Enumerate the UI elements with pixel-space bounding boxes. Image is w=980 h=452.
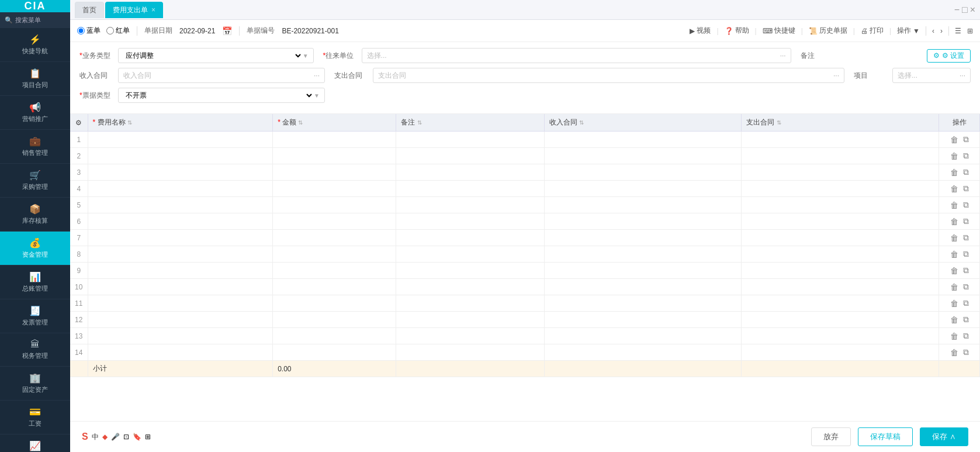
row-remark[interactable] <box>396 132 544 148</box>
row-delete-btn[interactable]: 🗑 <box>949 265 960 275</box>
row-amount[interactable] <box>273 328 396 344</box>
sidebar-item-invoice[interactable]: 🧾 发票管理 <box>0 299 70 333</box>
sidebar-item-marketing[interactable]: 📢 营销推广 <box>0 96 70 130</box>
row-expense-contract[interactable] <box>742 312 939 328</box>
row-income-contract[interactable] <box>544 148 742 164</box>
row-copy-btn[interactable]: ⧉ <box>962 265 970 275</box>
row-expense-contract[interactable] <box>742 230 939 246</box>
row-amount[interactable] <box>273 197 396 213</box>
row-copy-btn[interactable]: ⧉ <box>962 200 970 210</box>
radio-red[interactable] <box>106 27 114 34</box>
row-income-contract[interactable] <box>544 295 742 312</box>
row-expense-contract[interactable] <box>742 328 939 344</box>
row-expense-name[interactable] <box>88 132 273 148</box>
tab-home[interactable]: 首页 <box>75 2 104 18</box>
row-amount[interactable] <box>273 312 396 328</box>
row-expense-name[interactable] <box>88 230 273 246</box>
row-delete-btn[interactable]: 🗑 <box>949 216 960 226</box>
row-remark[interactable] <box>396 312 544 328</box>
radio-blue-label[interactable]: 蓝单 <box>77 26 101 36</box>
view-list-btn[interactable]: ☰ <box>955 27 961 35</box>
row-delete-btn[interactable]: 🗑 <box>949 184 960 194</box>
row-remark[interactable] <box>396 263 544 279</box>
row-delete-btn[interactable]: 🗑 <box>949 282 960 292</box>
row-delete-btn[interactable]: 🗑 <box>949 315 960 325</box>
row-copy-btn[interactable]: ⧉ <box>962 134 970 144</box>
col-remark[interactable]: 备注 ⇅ <box>396 114 544 132</box>
row-delete-btn[interactable]: 🗑 <box>949 151 960 161</box>
col-settings[interactable]: ⚙ <box>70 114 88 132</box>
row-income-contract[interactable] <box>544 344 742 361</box>
row-delete-btn[interactable]: 🗑 <box>949 167 960 177</box>
row-expense-contract[interactable] <box>742 213 939 230</box>
row-expense-contract[interactable] <box>742 246 939 263</box>
project-input[interactable]: 选择... ··· <box>892 68 971 83</box>
save-button[interactable]: 保存 ∧ <box>920 427 968 446</box>
row-amount[interactable] <box>273 295 396 312</box>
row-copy-btn[interactable]: ⧉ <box>962 282 970 292</box>
row-income-contract[interactable] <box>544 246 742 263</box>
row-expense-contract[interactable] <box>742 197 939 213</box>
row-amount[interactable] <box>273 279 396 295</box>
row-expense-name[interactable] <box>88 263 273 279</box>
sidebar-item-purchase[interactable]: 🛒 采购管理 <box>0 164 70 198</box>
row-income-contract[interactable] <box>544 328 742 344</box>
row-expense-contract[interactable] <box>742 295 939 312</box>
row-remark[interactable] <box>396 197 544 213</box>
settings-button[interactable]: ⚙ ⚙ 设置 <box>927 49 971 63</box>
col-expense-name[interactable]: * 费用名称 ⇅ <box>88 114 273 132</box>
row-income-contract[interactable] <box>544 132 742 148</box>
help-btn[interactable]: ❓ 帮助 <box>725 26 749 36</box>
row-amount[interactable] <box>273 164 396 181</box>
row-expense-contract[interactable] <box>742 164 939 181</box>
row-copy-btn[interactable]: ⧉ <box>962 233 970 243</box>
row-income-contract[interactable] <box>544 263 742 279</box>
col-income-contract[interactable]: 收入合同 ⇅ <box>544 114 742 132</box>
sidebar-item-sales[interactable]: 💼 销售管理 <box>0 130 70 164</box>
save-draft-button[interactable]: 保存草稿 <box>858 427 913 446</box>
sidebar-item-capital[interactable]: 💰 资金管理 <box>0 232 70 265</box>
row-expense-name[interactable] <box>88 148 273 164</box>
row-amount[interactable] <box>273 263 396 279</box>
row-expense-contract[interactable] <box>742 132 939 148</box>
row-expense-contract[interactable] <box>742 181 939 197</box>
row-copy-btn[interactable]: ⧉ <box>962 184 970 194</box>
counterpart-input[interactable]: 选择... ··· <box>362 48 791 63</box>
row-delete-btn[interactable]: 🗑 <box>949 134 960 144</box>
operation-btn[interactable]: 操作 ▼ <box>897 26 920 36</box>
radio-red-label[interactable]: 红单 <box>106 26 130 36</box>
row-remark[interactable] <box>396 328 544 344</box>
row-remark[interactable] <box>396 230 544 246</box>
row-amount[interactable] <box>273 213 396 230</box>
row-remark[interactable] <box>396 246 544 263</box>
expense-contract-input[interactable]: 支出合同 ··· <box>373 68 844 83</box>
row-income-contract[interactable] <box>544 230 742 246</box>
row-delete-btn[interactable]: 🗑 <box>949 331 960 341</box>
row-expense-name[interactable] <box>88 279 273 295</box>
row-copy-btn[interactable]: ⧉ <box>962 249 970 259</box>
row-income-contract[interactable] <box>544 181 742 197</box>
row-income-contract[interactable] <box>544 164 742 181</box>
win-minus-btn[interactable]: − <box>954 5 960 15</box>
video-btn[interactable]: ▶ 视频 <box>690 26 711 36</box>
invoice-type-input[interactable]: 不开票 ▼ <box>118 88 325 103</box>
row-expense-contract[interactable] <box>742 279 939 295</box>
nav-prev-btn[interactable]: ‹ <box>932 27 934 35</box>
row-expense-name[interactable] <box>88 197 273 213</box>
row-amount[interactable] <box>273 246 396 263</box>
row-remark[interactable] <box>396 164 544 181</box>
income-contract-input[interactable]: 收入合同 ··· <box>118 68 325 83</box>
row-expense-name[interactable] <box>88 181 273 197</box>
row-amount[interactable] <box>273 230 396 246</box>
row-copy-btn[interactable]: ⧉ <box>962 167 970 177</box>
row-delete-btn[interactable]: 🗑 <box>949 233 960 243</box>
print-btn[interactable]: 🖨 打印 <box>861 26 884 36</box>
sidebar-item-project-contract[interactable]: 📋 项目合同 <box>0 62 70 96</box>
row-expense-contract[interactable] <box>742 263 939 279</box>
row-copy-btn[interactable]: ⧉ <box>962 298 970 308</box>
invoice-type-select[interactable]: 不开票 <box>123 91 314 100</box>
row-expense-name[interactable] <box>88 312 273 328</box>
sidebar-item-tax[interactable]: 🏛 税务管理 <box>0 333 70 367</box>
business-type-select[interactable]: 应付调整 <box>123 51 303 60</box>
tab-expense[interactable]: 费用支出单 × <box>105 2 163 18</box>
